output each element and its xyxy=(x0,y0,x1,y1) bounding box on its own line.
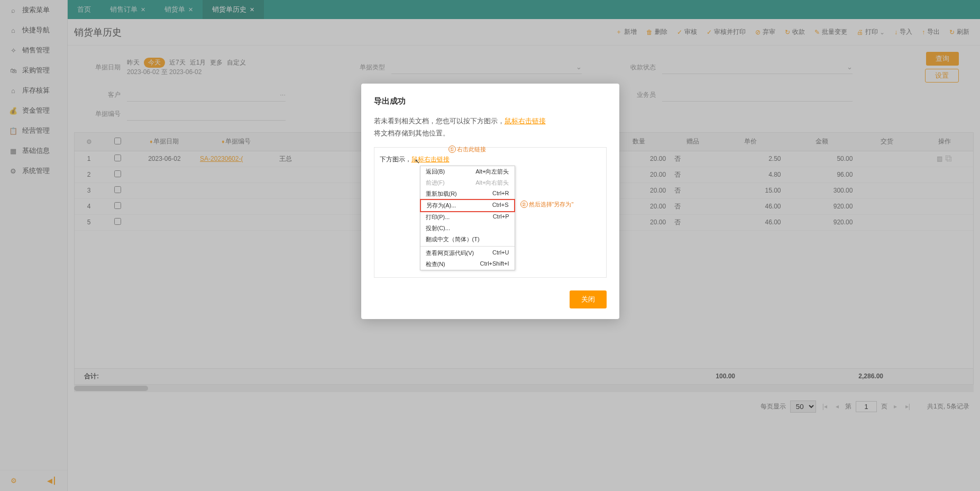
ctx-item: 翻成中文（简体）(T) xyxy=(420,234,515,245)
ctx-item: 投射(C)... xyxy=(420,223,515,234)
ctx-item: 查看网页源代码(V)Ctrl+U xyxy=(420,248,515,259)
ctx-item: 返回(B)Alt+向左箭头 xyxy=(420,166,515,177)
modal-overlay[interactable]: 导出成功 若未看到相关文档，您也可以按下方图示，鼠标右击链接 将文档存储到其他位… xyxy=(0,0,980,491)
export-success-modal: 导出成功 若未看到相关文档，您也可以按下方图示，鼠标右击链接 将文档存储到其他位… xyxy=(361,84,619,319)
modal-close-button[interactable]: 关闭 xyxy=(570,290,607,308)
ctx-item: 另存为(A)...Ctrl+S xyxy=(420,199,515,212)
ctx-item: 检查(N)Ctrl+Shift+I xyxy=(420,259,515,270)
context-menu-illustration: 返回(B)Alt+向左箭头 前进(F)Alt+向右箭头 重新加载(R)Ctrl+… xyxy=(420,166,515,270)
ctx-item: 前进(F)Alt+向右箭头 xyxy=(420,177,515,188)
annotation-2: ②然后选择"另存为" xyxy=(520,201,574,208)
modal-title: 导出成功 xyxy=(374,96,607,106)
ctx-item: 打印(P)...Ctrl+P xyxy=(420,212,515,223)
demo-box: 下方图示，鼠标右击链接 ↖ ①右击此链接 返回(B)Alt+向左箭头 前进(F)… xyxy=(374,147,607,278)
right-click-link[interactable]: 鼠标右击链接 xyxy=(505,117,546,125)
modal-body-text: 若未看到相关文档，您也可以按下方图示，鼠标右击链接 将文档存储到其他位置。 xyxy=(374,115,607,140)
demo-caption: 下方图示，鼠标右击链接 ↖ ①右击此链接 xyxy=(380,155,601,164)
annotation-1: ①右击此链接 xyxy=(448,146,486,153)
ctx-item: 重新加载(R)Ctrl+R xyxy=(420,188,515,199)
cursor-icon: ↖ xyxy=(415,158,420,165)
